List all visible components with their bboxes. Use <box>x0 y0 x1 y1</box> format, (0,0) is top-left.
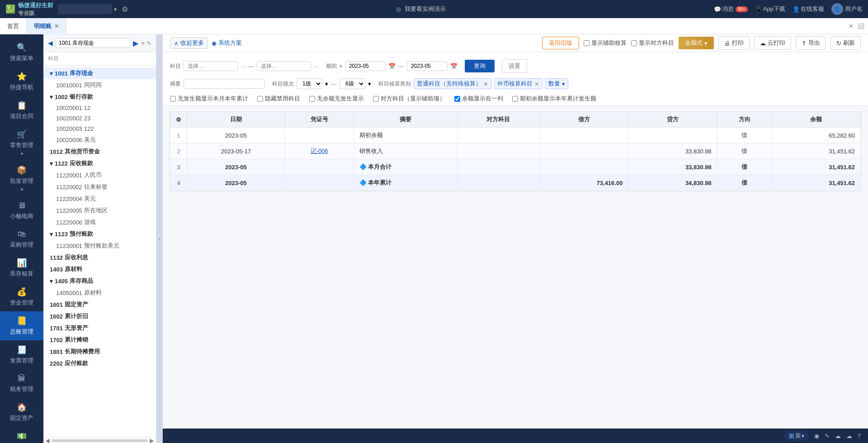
message-btn[interactable]: 💬 消息 99+ <box>714 5 748 13</box>
sidebar-item-fixedasset[interactable]: 🏠 固定资产 <box>0 398 43 427</box>
format-btn[interactable]: 金额式 ▾ <box>679 37 714 49</box>
sidebar-item-invoice[interactable]: 🧾 发票管理 <box>0 340 43 369</box>
tree-node-1701[interactable]: 1701 无形资产 <box>43 322 156 334</box>
cb-hide-disabled[interactable]: 隐藏禁用科目 <box>257 95 300 103</box>
print-btn[interactable]: 🖨 打印 <box>718 36 750 50</box>
show-auxiliary-checkbox[interactable]: 显示辅助核算 <box>584 39 627 47</box>
quantity-dropdown-icon[interactable]: ▾ <box>562 81 565 87</box>
sidebar-item-salary[interactable]: 💵 工资 <box>0 427 43 443</box>
scheme-tag[interactable]: ◉ 系统方案 <box>212 39 242 47</box>
tree-node-1002[interactable]: ▾ 1002 银行存款 <box>43 91 156 103</box>
tree-node-1602[interactable]: 1602 累计折旧 <box>43 310 156 322</box>
calendar-end-icon[interactable]: 📅 <box>450 63 458 70</box>
tree-node-14050001[interactable]: 14050001 原材料 <box>43 287 156 299</box>
subject-more-icon[interactable]: ··· <box>241 63 245 70</box>
subject-input[interactable] <box>184 61 238 71</box>
tab-maximize-icon[interactable]: ⬜ <box>857 23 864 29</box>
tree-node-1122[interactable]: ▾ 1122 应收账款 <box>43 157 156 169</box>
tree-node-11230001[interactable]: 11230001 预付账款美元 <box>43 240 156 252</box>
settings-icon[interactable]: ⚙ <box>122 5 128 14</box>
tab-home[interactable]: 首页 <box>0 18 27 34</box>
tree-node-10020001[interactable]: 10020001 12 <box>43 103 156 113</box>
category-tag-normal-close[interactable]: ✕ <box>483 81 488 87</box>
account-back-arrow[interactable]: ◀ <box>48 39 53 47</box>
tree-node-11220002[interactable]: 11220002 往来标签 <box>43 181 156 193</box>
list-icon[interactable]: ≡ <box>141 40 145 47</box>
status-icon-1[interactable]: ◉ <box>814 433 819 439</box>
row2-voucher[interactable]: 记-006 <box>285 143 354 159</box>
demo-label[interactable]: 我要看实例演示 <box>405 5 446 13</box>
cloud-print-btn[interactable]: ☁ 云打印 <box>754 36 791 50</box>
calendar-start-icon[interactable]: 📅 <box>388 63 396 70</box>
search-bar[interactable]: ▾ <box>58 4 117 14</box>
tab-detail[interactable]: 明细账 ✕ <box>27 18 66 34</box>
scroll-left-icon[interactable]: ◀ <box>45 437 50 443</box>
top-search-input[interactable] <box>58 4 112 14</box>
tree-node-10020003[interactable]: 10020003 122 <box>43 124 156 134</box>
sidebar-item-wholesale[interactable]: 📦 批发管理 ▾ <box>0 161 43 196</box>
subject-end-input[interactable] <box>257 61 311 71</box>
tree-node-11220005[interactable]: 11220005 所在地区 <box>43 205 156 216</box>
more-btn[interactable]: ∧ 收起更多 <box>170 37 208 49</box>
user-avatar[interactable]: 👤 用户名 <box>831 3 863 15</box>
show-auxiliary-input[interactable] <box>584 40 590 46</box>
cb-balance-col[interactable]: 余额显示在一列 <box>454 95 503 103</box>
cb-balance-col-input[interactable] <box>454 96 460 102</box>
summary-input[interactable] <box>184 79 265 89</box>
show-opposite-input[interactable] <box>631 40 637 46</box>
query-btn[interactable]: 查询 <box>465 60 495 72</box>
tree-node-1405[interactable]: ▾ 1405 库存商品 <box>43 275 156 287</box>
tree-node-11220001[interactable]: 11220001 人民币 <box>43 169 156 181</box>
tree-node-2202[interactable]: 2202 应付账款 <box>43 357 156 369</box>
cb-hide-disabled-input[interactable] <box>257 96 263 102</box>
level-end-select[interactable]: 6级1级2级 <box>340 78 365 89</box>
scroll-right-icon[interactable]: ▶ <box>150 437 154 443</box>
period-start-input[interactable] <box>345 61 386 71</box>
account-search-arrow[interactable]: ▶ <box>133 39 138 48</box>
sidebar-item-purchase[interactable]: 🛍 采购管理 <box>0 225 43 253</box>
settings-btn[interactable]: 设置 <box>502 59 527 73</box>
period-dropdown-icon[interactable]: ▾ <box>340 63 342 69</box>
tab-close-all-icon[interactable]: ✕ <box>849 23 854 29</box>
sidebar-item-project[interactable]: 📋 项目合同 <box>0 96 43 125</box>
show-opposite-checkbox[interactable]: 显示对方科目 <box>631 39 674 47</box>
cb-no-amount-input[interactable] <box>170 96 176 102</box>
sidebar-item-ecommerce[interactable]: 🖥 小畅电商 <box>0 196 43 225</box>
cb-opening-balance-input[interactable] <box>512 96 518 102</box>
subject-end-more-icon[interactable]: ··· <box>314 63 319 70</box>
col-header-settings[interactable]: ⚙ <box>170 112 187 128</box>
sidebar-item-search[interactable]: 🔍 搜索菜单 <box>0 38 43 67</box>
cb-no-amount[interactable]: 无发生额显示本月本年累计 <box>170 95 248 103</box>
account-search-input[interactable] <box>56 38 130 48</box>
period-end-input[interactable] <box>407 61 448 71</box>
sidebar-item-ledger[interactable]: 📒 总账管理 <box>0 311 43 340</box>
status-icon-4[interactable]: ☁ <box>846 433 852 439</box>
level-start-select[interactable]: 1级2级3级 <box>297 78 322 89</box>
status-icon-3[interactable]: ☁ <box>835 433 841 439</box>
lang-switcher[interactable]: ⊞ 英 ▾ <box>784 431 809 441</box>
sidebar-item-capital[interactable]: 💰 资金管理 <box>0 282 43 311</box>
sidebar-item-quicknav[interactable]: ⭐ 快捷导航 <box>0 67 43 96</box>
tab-detail-close[interactable]: ✕ <box>54 23 59 29</box>
back-btn[interactable]: 返回旧版 <box>542 37 579 49</box>
tree-node-11220006[interactable]: 11220006 游戏 <box>43 216 156 228</box>
sidebar-item-retail[interactable]: 🛒 零售管理 ▾ <box>0 125 43 161</box>
cb-opposite-input[interactable] <box>373 96 379 102</box>
cb-opposite[interactable]: 对方科目（显示辅助项） <box>373 95 445 103</box>
app-download-btn[interactable]: 📱 App下载 <box>755 5 785 13</box>
category-tag-foreign-close[interactable]: ✕ <box>534 81 539 87</box>
export-btn[interactable]: ⇑ 导出 <box>796 36 826 50</box>
refresh-btn[interactable]: ↻ 刷新 <box>830 36 861 50</box>
dropdown-icon[interactable]: ▾ <box>114 6 117 13</box>
edit-icon[interactable]: ✎ <box>146 40 151 47</box>
status-icon-2[interactable]: ✎ <box>825 433 830 439</box>
tree-node-1702[interactable]: 1702 累计摊销 <box>43 334 156 346</box>
tree-node-1012[interactable]: 1012 其他货币资金 <box>43 146 156 157</box>
online-support-btn[interactable]: 👤 在线客服 <box>793 5 824 13</box>
cb-no-balance[interactable]: 无余额无发生显示 <box>309 95 364 103</box>
tree-node-10020002[interactable]: 10020002 23 <box>43 113 156 124</box>
tree-node-1132[interactable]: 1132 应收利息 <box>43 252 156 263</box>
panel-collapse-btn[interactable]: ‹ <box>156 34 163 443</box>
tree-node-10010001[interactable]: 10010001 同同同 <box>43 79 156 91</box>
tree-node-1601[interactable]: 1601 固定资产 <box>43 299 156 310</box>
